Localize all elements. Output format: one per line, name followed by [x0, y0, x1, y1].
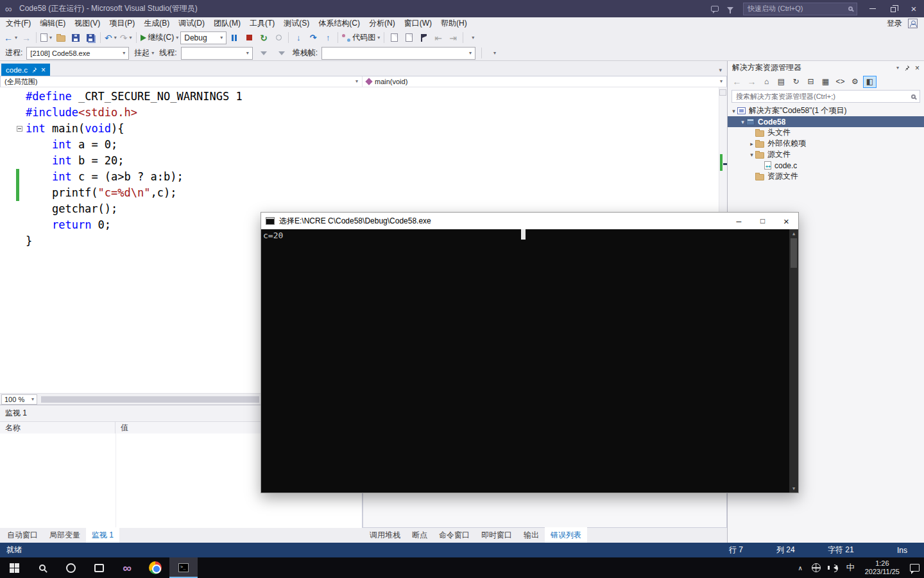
stop-button[interactable] — [242, 31, 256, 45]
redo-button[interactable]: ↷▾ — [119, 31, 133, 45]
stack-frame-combo[interactable]: ▾ — [321, 47, 475, 60]
tree-item[interactable]: ▾Code58 — [728, 116, 924, 127]
code-line[interactable]: printf("c=%d\n",c); — [0, 185, 718, 201]
panel-tab[interactable]: 局部变量 — [44, 527, 86, 544]
console-body[interactable]: c=20 ▲ ▼ — [261, 229, 798, 493]
sync-with-active-document-button[interactable]: ↻ — [789, 76, 803, 88]
watch-column-header[interactable]: 值 — [116, 423, 128, 434]
expander-icon[interactable]: ▾ — [730, 108, 737, 114]
panel-tab[interactable]: 输出 — [518, 527, 545, 544]
menu-item[interactable]: 测试(S) — [279, 17, 314, 30]
show-all-files-button[interactable]: ▦ — [819, 76, 832, 88]
console-minimize-button[interactable]: – — [727, 213, 751, 229]
console-taskbar-button[interactable] — [169, 557, 198, 578]
previous-bookmark-button[interactable]: ⇤ — [431, 31, 445, 45]
console-maximize-button[interactable]: □ — [751, 213, 774, 229]
tree-item[interactable]: ▸外部依赖项 — [728, 138, 924, 149]
ime-indicator[interactable]: 中 — [842, 557, 859, 578]
start-button[interactable] — [0, 557, 28, 578]
collapse-all-button[interactable]: ⊟ — [804, 76, 817, 88]
panel-tab[interactable]: 自动窗口 — [1, 527, 44, 544]
suspend-button[interactable]: 挂起 ▾ — [133, 46, 155, 60]
minimize-button[interactable] — [862, 0, 883, 17]
chrome-taskbar-button[interactable] — [141, 557, 169, 578]
properties-button[interactable]: ⚙ — [848, 76, 862, 88]
cortana-button[interactable] — [56, 557, 85, 578]
preview-selected-items-button[interactable]: ◧ — [863, 76, 877, 88]
scrollbar-thumb[interactable] — [791, 238, 797, 268]
panel-tab[interactable]: 断点 — [406, 527, 433, 544]
pause-button[interactable] — [227, 31, 241, 45]
forward-button[interactable]: → — [745, 76, 758, 88]
code-line[interactable]: #include<stdio.h> — [0, 105, 718, 121]
thread-filter-button[interactable] — [257, 46, 271, 60]
menu-item[interactable]: 体系结构(C) — [314, 17, 364, 30]
restart-button[interactable]: ↻ — [257, 31, 271, 45]
console-window[interactable]: 选择E:\NCRE C\Code58\Debug\Code58.exe – □ … — [261, 212, 799, 493]
window-position-caret-icon[interactable]: ▾ — [896, 66, 899, 71]
menu-item[interactable]: 项目(P) — [105, 17, 139, 30]
scroll-down-icon[interactable]: ▼ — [789, 484, 798, 493]
find-in-files-button[interactable] — [387, 31, 401, 45]
watch-column-header[interactable]: 名称 — [0, 422, 116, 434]
thread-flag-filter-button[interactable] — [275, 46, 289, 60]
volume-button[interactable] — [825, 557, 842, 578]
open-file-button[interactable] — [54, 31, 68, 45]
console-close-button[interactable]: × — [774, 213, 798, 229]
fold-collapse-icon[interactable] — [17, 126, 22, 132]
menu-item[interactable]: 调试(D) — [174, 17, 209, 30]
visual-studio-taskbar-button[interactable]: ∞ — [113, 557, 141, 578]
toggle-bookmark-button[interactable] — [416, 31, 431, 45]
sign-in-link[interactable]: 登录 — [887, 18, 902, 29]
member-combo[interactable]: main(void) ▾ — [363, 76, 726, 87]
document-well-caret-icon[interactable]: ▾ — [719, 67, 722, 73]
scope-combo[interactable]: (全局范围) ▾ — [1, 76, 363, 87]
scroll-up-icon[interactable]: ▲ — [789, 229, 798, 238]
panel-tab[interactable]: 监视 1 — [86, 527, 119, 544]
menu-item[interactable]: 分析(N) — [364, 17, 400, 30]
taskbar-search-button[interactable] — [28, 557, 56, 578]
tree-item[interactable]: ▾源文件 — [728, 149, 924, 160]
menu-item[interactable]: 文件(F) — [1, 17, 35, 30]
view-code-button[interactable]: <> — [834, 76, 847, 88]
tree-item[interactable]: 资源文件 — [728, 171, 924, 182]
new-file-button[interactable]: ▾ — [39, 31, 53, 45]
code-line[interactable]: int main(void){ — [0, 121, 718, 137]
tab-close-icon[interactable]: × — [41, 66, 46, 74]
panel-tab[interactable]: 错误列表 — [545, 527, 587, 544]
tree-item[interactable]: 头文件 — [728, 127, 924, 138]
code-line[interactable]: int a = 0; — [0, 137, 718, 153]
expander-icon[interactable]: ▾ — [739, 119, 746, 125]
menu-item[interactable]: 生成(B) — [139, 17, 174, 30]
console-titlebar[interactable]: 选择E:\NCRE C\Code58\Debug\Code58.exe – □ … — [261, 213, 798, 229]
debug-target-combo[interactable]: Debug ▾ — [180, 31, 227, 44]
step-over-button[interactable]: ↷ — [306, 31, 320, 45]
expander-icon[interactable]: ▾ — [748, 152, 755, 158]
save-all-button[interactable] — [83, 31, 98, 45]
tree-item[interactable]: code.c — [728, 160, 924, 171]
home-button[interactable]: ⌂ — [760, 76, 773, 88]
show-next-statement-button[interactable] — [271, 31, 286, 45]
pin-icon[interactable] — [31, 67, 37, 73]
restore-button[interactable] — [883, 0, 903, 17]
menu-item[interactable]: 团队(M) — [209, 17, 245, 30]
navigate-to-button[interactable] — [402, 31, 416, 45]
quick-launch-search[interactable]: 快速启动 (Ctrl+Q) — [743, 3, 857, 15]
panel-tab[interactable]: 调用堆栈 — [364, 527, 406, 544]
menu-item[interactable]: 编辑(E) — [35, 17, 70, 30]
navigate-back-button[interactable]: ←▾ — [3, 31, 19, 45]
tray-expand-button[interactable]: ∧ — [793, 557, 807, 578]
taskbar-clock[interactable]: 1:26 2023/11/25 — [859, 559, 905, 576]
feedback-button[interactable] — [707, 0, 723, 17]
code-line[interactable]: int b = 20; — [0, 153, 718, 169]
close-button[interactable]: × — [903, 0, 924, 17]
scrollbar-splitter-grip[interactable] — [719, 89, 726, 96]
expander-icon[interactable]: ▸ — [748, 141, 755, 147]
tab-code-c[interactable]: code.c × — [1, 64, 50, 76]
code-line[interactable]: #define _CRT_SECURE_NO_WARNINGS 1 — [0, 89, 718, 105]
network-button[interactable] — [807, 557, 825, 578]
code-line[interactable]: int c = (a>b ? a:b); — [0, 169, 718, 185]
task-view-button[interactable] — [85, 557, 113, 578]
action-center-button[interactable] — [905, 557, 924, 578]
step-out-button[interactable]: ↑ — [321, 31, 335, 45]
